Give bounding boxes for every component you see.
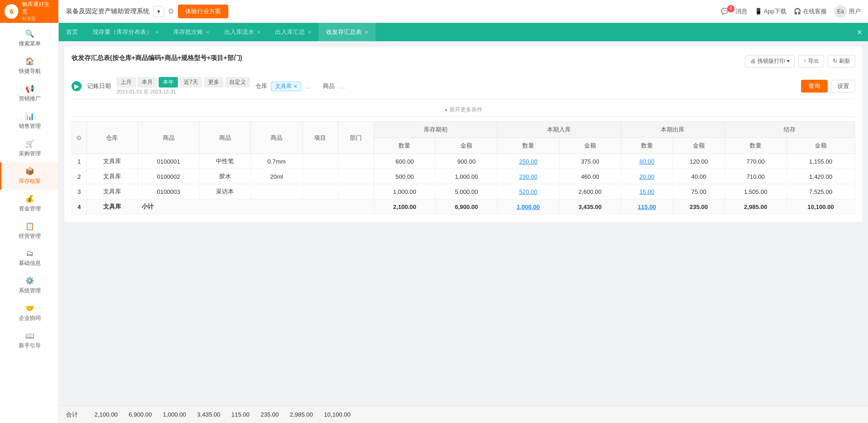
page-content: 收发存汇总表(按仓库+商品编码+商品+规格型号+项目+部门) 🖨 拣锁版打印 ▾… [59, 41, 868, 423]
bottom-totals-bar: 合计 2,100.00 6,900.00 1,000.00 3,435.00 1… [59, 406, 868, 423]
col-in-header: 本期入库 [498, 122, 621, 138]
cell-out-qty[interactable]: 15.00 [621, 184, 673, 199]
page-card: 收发存汇总表(按仓库+商品编码+商品+规格型号+项目+部门) 🖨 拣锁版打印 ▾… [64, 47, 862, 222]
cell-in-qty[interactable]: 230.00 [498, 169, 559, 184]
export-btn[interactable]: ↑ 导出 [798, 55, 824, 67]
col-opening-header: 库存期初 [374, 122, 498, 138]
cell-out-amt: 120.00 [673, 154, 724, 169]
sidebar-icon-search: 🔍 [25, 29, 34, 38]
query-btn[interactable]: 查询 [801, 80, 828, 93]
cell-bal-qty: 710.00 [724, 169, 786, 184]
sidebar-item-sales[interactable]: 📊 销售管理 [0, 107, 58, 135]
sidebar-item-guide[interactable]: 📖 新手引导 [0, 327, 58, 354]
sidebar-label-marketing: 营销推广 [19, 95, 41, 103]
sidebar-item-system[interactable]: ⚙️ 系统管理 [0, 272, 58, 299]
col-goods-code-header: 商品 [138, 122, 199, 154]
user-btn[interactable]: Ea 用户 [834, 5, 861, 18]
warehouse-tag-close[interactable]: ✕ [293, 84, 297, 89]
date-btn-this-year[interactable]: 本年 [159, 77, 178, 88]
tab-close-summary-io[interactable]: ✕ [308, 30, 311, 35]
subtotal-out-qty[interactable]: 115.00 [621, 199, 673, 214]
sidebar-item-quick-nav[interactable]: 🏠 快捷导航 [0, 52, 58, 80]
date-btn-more[interactable]: 更多 [204, 77, 223, 88]
tab-flow[interactable]: 出入库流水✕ [217, 23, 268, 41]
topbar: 装备及固定资产辅助管理系统 ▾ ⚙ 体验行业方案 💬 6 消息 📱 App下载 … [59, 0, 868, 23]
tab-close-recv-send-summary[interactable]: ✕ [365, 30, 368, 35]
cell-open-amt: 900.00 [436, 154, 498, 169]
gear-icon[interactable]: ⚙ [168, 7, 174, 16]
cell-no: 2 [72, 169, 87, 184]
col-open-amt-sub: 金额 [436, 138, 498, 154]
print-btn[interactable]: 🖨 拣锁版打印 ▾ [745, 55, 795, 67]
sidebar-icon-inventory: 📦 [25, 167, 34, 176]
cell-bal-amt: 1,420.00 [786, 169, 855, 184]
filter-expand-btn[interactable]: ▶ [72, 81, 82, 91]
goods-more-btn[interactable]: ... [340, 83, 345, 90]
date-btn-custom[interactable]: 自定义 [225, 77, 250, 88]
date-range: 2023-01-01 至 2023-12-31 [116, 88, 250, 95]
total-label: 合计 [66, 411, 78, 419]
date-btn-last-month[interactable]: 上月 [116, 77, 136, 88]
subtotal-open-qty: 2,100.00 [374, 199, 436, 214]
sidebar-item-operations[interactable]: 📋 经营管理 [0, 217, 58, 245]
tab-recv-send-summary[interactable]: 收发存汇总表✕ [319, 23, 376, 41]
sidebar-item-inventory[interactable]: 📦 库存核算 [0, 162, 58, 190]
cell-warehouse: 文具库 [87, 169, 138, 184]
total-open-amt: 6,900.00 [123, 411, 158, 418]
sidebar-item-finance[interactable]: 💰 资金管理 [0, 190, 58, 217]
system-dropdown[interactable]: ▾ [153, 6, 164, 17]
cell-open-amt: 1,000.00 [436, 169, 498, 184]
message-btn[interactable]: 💬 6 消息 [721, 7, 747, 16]
cell-open-qty: 1,000.00 [374, 184, 436, 199]
sidebar-icon-enterprise: 🤝 [25, 304, 34, 313]
refresh-btn[interactable]: ↻ 刷新 [828, 55, 855, 67]
tab-label-home: 首页 [66, 28, 78, 36]
cell-out-qty[interactable]: 80.00 [621, 154, 673, 169]
cell-in-qty[interactable]: 250.00 [498, 154, 559, 169]
settings-btn[interactable]: 设置 [831, 80, 855, 93]
cell-out-qty[interactable]: 20.00 [621, 169, 673, 184]
cell-in-qty[interactable]: 520.00 [498, 184, 559, 199]
sidebar-nav: 🔍 搜索菜单 🏠 快捷导航 📢 营销推广 📊 销售管理 🛒 采购管理 📦 库存核… [0, 23, 58, 423]
sidebar-label-purchase: 采购管理 [19, 150, 41, 158]
cell-name: 采访本 [199, 184, 251, 199]
sidebar-item-marketing[interactable]: 📢 营销推广 [0, 80, 58, 107]
tab-summary-io[interactable]: 出入库汇总✕ [268, 23, 319, 41]
cell-out-amt: 75.00 [673, 184, 724, 199]
expand-more-btn[interactable]: ▾ 展开更多条件 [445, 106, 482, 114]
total-bal-qty: 2,985.00 [284, 411, 319, 418]
date-btn-this-month[interactable]: 本月 [138, 77, 157, 88]
app-download-btn[interactable]: 📱 App下载 [755, 7, 786, 16]
tab-stock-dist[interactable]: 现存量（库存分布表）✕ [85, 23, 166, 41]
app-title: 畅库通好生意 [22, 1, 54, 15]
sidebar-item-enterprise[interactable]: 🤝 企业协同 [0, 299, 58, 327]
close-all-tabs-btn[interactable]: ✕ [851, 28, 868, 37]
cell-in-amt: 375.00 [559, 154, 621, 169]
tab-close-batch-accounts[interactable]: ✕ [206, 30, 210, 35]
tab-close-stock-dist[interactable]: ✕ [155, 30, 159, 35]
col-settings-icon[interactable]: ⚙ [76, 134, 82, 142]
date-btn-7days[interactable]: 近7天 [180, 77, 202, 88]
col-warehouse-header: 仓库 [87, 122, 138, 154]
online-service-btn[interactable]: 🎧 在线客服 [794, 7, 827, 16]
col-in-amt-sub: 金额 [559, 138, 621, 154]
sidebar-label-operations: 经营管理 [19, 232, 41, 240]
tab-label-flow: 出入库流水 [224, 28, 254, 36]
tab-close-flow[interactable]: ✕ [257, 30, 260, 35]
tab-batch-accounts[interactable]: 库存批次账✕ [166, 23, 217, 41]
sidebar-icon-system: ⚙️ [25, 276, 34, 285]
sidebar-item-base-info[interactable]: 🗂 基础信息 [0, 245, 58, 272]
subtotal-in-qty[interactable]: 1,000.00 [498, 199, 559, 214]
data-table-wrap: ⚙ 仓库 商品 商品 商品 项目 部门 库存期初 本期入库 本期出库 结存 [72, 121, 855, 214]
cell-bal-qty: 770.00 [724, 154, 786, 169]
total-bal-amt: 10,100.00 [319, 411, 356, 418]
tab-home[interactable]: 首页 [59, 23, 85, 41]
warehouse-more-btn[interactable]: ... [305, 83, 310, 90]
subtotal-out-amt: 235.00 [673, 199, 724, 214]
tab-label-recv-send-summary: 收发存汇总表 [326, 28, 362, 36]
bottom-totals: 2,100.00 6,900.00 1,000.00 3,435.00 115.… [89, 411, 861, 418]
sidebar-item-purchase[interactable]: 🛒 采购管理 [0, 135, 58, 162]
cell-code: 0100003 [138, 184, 199, 199]
experience-btn[interactable]: 体验行业方案 [178, 5, 228, 18]
sidebar-item-search[interactable]: 🔍 搜索菜单 [0, 25, 58, 52]
